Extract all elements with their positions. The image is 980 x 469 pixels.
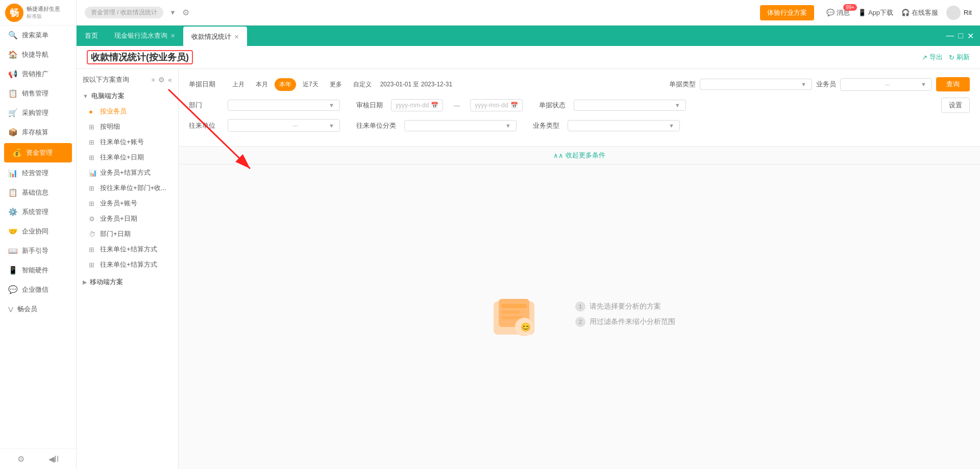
sidebar-collapse-btn[interactable]: ◀II <box>48 454 59 464</box>
sidebar-item-member[interactable]: V 畅会员 <box>0 299 76 319</box>
scheme-item-partner-account[interactable]: ⊞ 往来单位+账号 <box>77 134 178 150</box>
topbar-settings-icon[interactable]: ⚙ <box>182 8 189 17</box>
scheme-item-salesperson-date[interactable]: ⚙ 业务员+日期 <box>77 211 178 226</box>
scheme-label-partner-dept: 按往来单位+部门+收... <box>100 183 166 193</box>
scheme-item-salesperson-settle[interactable]: 📊 业务员+结算方式 <box>77 165 178 180</box>
calendar-start-icon[interactable]: 📅 <box>431 102 438 109</box>
salesperson-select[interactable]: ··· ▼ <box>840 78 932 91</box>
logo-area: 畅 畅捷通好生意 标准版 <box>0 0 76 26</box>
sidebar-label-quicknav: 快捷导航 <box>22 50 48 59</box>
review-date-start-input[interactable]: yyyy-mm-dd 📅 <box>391 99 443 111</box>
doc-type-select[interactable]: ▼ <box>700 79 812 90</box>
step-1-label: 请先选择要分析的方案 <box>590 302 661 311</box>
scheme-item-partner-dept[interactable]: ⊞ 按往来单位+部门+收... <box>77 180 178 196</box>
tab-home[interactable]: 首页 <box>77 26 106 46</box>
sidebar-item-wechat[interactable]: 💬 企业微信 <box>0 280 76 299</box>
settings-button[interactable]: 设置 <box>941 98 970 113</box>
panel-collapse-btn[interactable]: « <box>168 76 172 84</box>
date-btn-7days[interactable]: 近7天 <box>298 78 323 91</box>
doc-status-label: 单据状态 <box>539 101 566 110</box>
sidebar-nav: 🔍 搜索菜单 🏠 快捷导航 📢 营销推广 📋 销售管理 🛒 采购管理 📦 库存核… <box>0 26 76 449</box>
query-button[interactable]: 查询 <box>936 77 970 91</box>
tab-receivable[interactable]: 收款情况统计 ✕ <box>183 27 247 47</box>
minimize-btn[interactable]: — <box>946 31 954 41</box>
scheme-item-partner-settle2[interactable]: ⊞ 往来单位+结算方式 <box>77 257 178 272</box>
partner-account-icon: ⊞ <box>89 138 97 146</box>
app-download-btn[interactable]: 📱 App下载 <box>858 8 893 17</box>
mobile-section-title[interactable]: ▶ 移动端方案 <box>77 274 178 290</box>
doc-status-select[interactable]: ▼ <box>574 100 686 111</box>
newbie-icon: 📖 <box>8 246 18 255</box>
sidebar-label-corp: 企业协同 <box>22 227 48 236</box>
sidebar-item-quicknav[interactable]: 🏠 快捷导航 <box>0 45 76 64</box>
salesperson-date-icon: ⚙ <box>89 215 97 223</box>
date-btn-this-month[interactable]: 本月 <box>251 78 273 91</box>
maximize-btn[interactable]: □ <box>958 31 963 41</box>
tab-bank[interactable]: 现金银行流水查询 ✕ <box>106 26 183 46</box>
tab-receivable-label: 收款情况统计 <box>191 32 231 41</box>
sidebar-item-sales[interactable]: 📋 销售管理 <box>0 84 76 103</box>
scheme-item-by-detail[interactable]: ⊞ 按明细 <box>77 119 178 134</box>
scheme-item-by-salesperson[interactable]: ● 按业务员 <box>77 104 178 119</box>
close-btn[interactable]: ✕ <box>967 31 974 41</box>
calendar-end-icon[interactable]: 📅 <box>510 102 518 109</box>
partner-category-select[interactable]: ▼ <box>404 120 517 131</box>
user-area[interactable]: Rit <box>946 6 972 20</box>
sidebar-item-system[interactable]: ⚙️ 系统管理 <box>0 202 76 222</box>
date-btn-last-month[interactable]: 上月 <box>228 78 249 91</box>
message-button[interactable]: 💬 消息 99+ <box>826 8 850 17</box>
user-name: Rit <box>964 9 972 16</box>
sidebar-item-inventory[interactable]: 📦 库存核算 <box>0 123 76 142</box>
left-panel: 按以下方案查询 + ⚙ « ▼ 电脑端方案 ● 按业务员 ⊞ <box>77 69 179 469</box>
export-button[interactable]: ↗ 导出 <box>922 53 943 62</box>
online-service-btn[interactable]: 🎧 在线客服 <box>901 8 938 17</box>
sidebar-item-newbie[interactable]: 📖 新手引导 <box>0 241 76 261</box>
collapse-button[interactable]: ∧∧ 收起更多条件 <box>553 151 605 160</box>
date-label: 单据日期 <box>189 80 219 89</box>
sidebar-label-inventory: 库存核算 <box>22 128 48 137</box>
tab-receivable-close[interactable]: ✕ <box>234 34 239 40</box>
message-badge: 99+ <box>843 4 857 11</box>
salesperson-more-btn[interactable]: ··· <box>885 81 890 88</box>
sidebar-item-finance[interactable]: 💰 资金管理 <box>4 143 72 162</box>
filter-area: 单据日期 上月 本月 本年 近7天 更多 自定义 2023-01-01 至 20… <box>179 69 980 147</box>
sidebar-settings-btn[interactable]: ⚙ <box>17 454 24 464</box>
refresh-button[interactable]: ↻ 刷新 <box>949 53 970 62</box>
review-date-start-value: yyyy-mm-dd <box>396 102 429 109</box>
system-icon: ⚙️ <box>8 207 18 217</box>
panel-header: 按以下方案查询 + ⚙ « <box>77 75 178 88</box>
biz-type-select[interactable]: ▼ <box>568 120 680 131</box>
corp-icon: 🤝 <box>8 227 18 236</box>
sidebar-item-corp[interactable]: 🤝 企业协同 <box>0 222 76 241</box>
partner-more-btn[interactable]: ··· <box>292 122 298 129</box>
sidebar-item-hardware[interactable]: 📱 智能硬件 <box>0 261 76 280</box>
scheme-item-partner-date[interactable]: ⊞ 往来单位+日期 <box>77 150 178 165</box>
doc-type-chevron: ▼ <box>801 81 806 87</box>
sidebar-item-search[interactable]: 🔍 搜索菜单 <box>0 26 76 45</box>
collapse-label: 收起更多条件 <box>566 151 605 160</box>
date-btn-custom[interactable]: 自定义 <box>349 78 376 91</box>
review-date-end-input[interactable]: yyyy-mm-dd 📅 <box>470 99 522 111</box>
panel-settings-btn[interactable]: ⚙ <box>158 76 165 84</box>
sidebar-bottom: ⚙ ◀II <box>0 449 76 469</box>
tab-bank-close[interactable]: ✕ <box>170 33 175 39</box>
breadcrumb: 资金管理 / 收款情况统计 <box>85 7 163 18</box>
trial-button[interactable]: 体验行业方案 <box>760 5 814 20</box>
sidebar-item-marketing[interactable]: 📢 营销推广 <box>0 64 76 84</box>
sidebar-item-operation[interactable]: 📊 经营管理 <box>0 163 76 183</box>
sidebar-item-purchase[interactable]: 🛒 采购管理 <box>0 103 76 123</box>
date-btn-more[interactable]: 更多 <box>325 78 347 91</box>
inventory-icon: 📦 <box>8 128 18 137</box>
export-icon: ↗ <box>922 54 927 61</box>
scheme-item-partner-settle1[interactable]: ⊞ 往来单位+结算方式 <box>77 242 178 257</box>
date-btn-this-year[interactable]: 本年 <box>275 78 296 91</box>
sidebar-item-basic[interactable]: 📋 基础信息 <box>0 183 76 202</box>
scheme-item-dept-date[interactable]: ⏱ 部门+日期 <box>77 226 178 242</box>
detail-icon: ⊞ <box>89 123 97 131</box>
scheme-item-salesperson-account[interactable]: ⊞ 业务员+账号 <box>77 196 178 211</box>
partner-select[interactable]: ··· ▼ <box>228 119 340 132</box>
desktop-section-title[interactable]: ▼ 电脑端方案 <box>77 88 178 104</box>
dept-select[interactable]: ▼ <box>228 100 340 111</box>
panel-add-btn[interactable]: + <box>151 76 155 84</box>
refresh-icon: ↻ <box>949 54 954 61</box>
